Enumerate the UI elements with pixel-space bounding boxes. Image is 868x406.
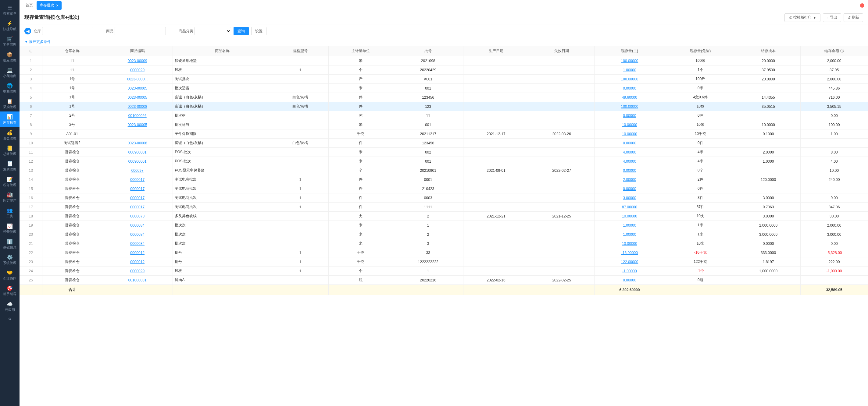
sidebar-item-ecommerce[interactable]: 🌐 电商管理 [0, 80, 20, 96]
cell-qty-main[interactable]: 0.00000 [594, 139, 665, 148]
table-row: 22普赛检仓0000012批号1千克33-16.00000-16千克333.00… [20, 248, 868, 257]
refresh-icon: ↺ [847, 15, 850, 20]
cell-qty-main[interactable]: 0.00000 [594, 166, 665, 175]
cell-qty-main[interactable]: 87.00000 [594, 203, 665, 212]
cell-code[interactable]: 0000029 [102, 267, 173, 276]
cell-code[interactable]: 000900001 [102, 148, 173, 157]
cell-name: POS 批次 [173, 148, 272, 157]
filter-toggle-button[interactable]: ◀ [24, 28, 31, 34]
print-button[interactable]: 🖨 按模版打印 ▼ [784, 13, 820, 22]
cell-qty-main[interactable]: 0.00000 [594, 111, 665, 120]
cell-prod-date: 2022-02-16 [463, 276, 529, 285]
cell-code[interactable]: 0000012 [102, 248, 173, 257]
cell-qty-main[interactable]: 49.60000 [594, 93, 665, 102]
sidebar-item-operations[interactable]: 📈 经营管理 [0, 221, 20, 236]
window-close-button[interactable] [860, 3, 864, 8]
th-qty-danger: 现存量(危险) [664, 46, 736, 56]
cell-code[interactable]: 0000084 [102, 221, 173, 230]
cell-code[interactable] [102, 130, 173, 139]
cell-code[interactable]: 0023-00008 [102, 102, 173, 111]
query-button[interactable]: 查询 [234, 27, 249, 35]
sidebar-item-sys-mgmt[interactable]: ⚙️ 系统管理 [0, 252, 20, 267]
cell-code[interactable]: 0023-0000... [102, 75, 173, 84]
cell-qty-main[interactable]: 100.00000 [594, 102, 665, 111]
cell-code[interactable]: 0000017 [102, 175, 173, 184]
settings-button[interactable]: 设置 [251, 27, 267, 35]
sidebar-item-ecommerce-small[interactable]: 💻 小额电商 [0, 65, 20, 80]
sidebar-item-fixed-assets[interactable]: 🏭 固定资产 [0, 190, 20, 205]
cell-batch: 2 [393, 230, 463, 239]
sidebar-item-base-info[interactable]: ℹ️ 基础信息 [0, 236, 20, 252]
cell-code[interactable]: 0000029 [102, 66, 173, 75]
cell-code[interactable]: 0000017 [102, 203, 173, 212]
cell-code[interactable]: 0000017 [102, 194, 173, 203]
cell-code[interactable]: 0023-00009 [102, 56, 173, 66]
cell-qty-main[interactable]: 100.00000 [594, 75, 665, 84]
cell-prod-date: 2021-12-17 [463, 130, 529, 139]
warehouse-input[interactable] [42, 27, 93, 35]
cell-qty-main[interactable]: 10.00000 [594, 239, 665, 248]
sidebar-item-new-guide[interactable]: 🎯 新手引导 [0, 283, 20, 299]
cell-qty-main[interactable]: 10.00000 [594, 130, 665, 139]
cell-qty-main[interactable]: 1.00000 [594, 230, 665, 239]
sidebar-item-finance[interactable]: 💰 资金管理 [0, 127, 20, 143]
sidebar-item-retail[interactable]: 🛒 零售管理 [0, 34, 20, 49]
active-tab[interactable]: 库存批次 × [37, 1, 62, 10]
sidebar-item-label: 搜索菜单 [3, 11, 17, 15]
sidebar-gear[interactable]: ⚙ [0, 314, 20, 324]
sidebar-item-wholesale[interactable]: 📦 批发管理 [0, 49, 20, 65]
cell-qty-main[interactable]: 4.00000 [594, 157, 665, 166]
sidebar-item-search-menu[interactable]: ☰ 搜索菜单 [0, 2, 20, 18]
cell-code[interactable]: 0023-00005 [102, 93, 173, 102]
cell-code[interactable]: 0023-00005 [102, 120, 173, 130]
cell-code[interactable]: 001000031 [102, 276, 173, 285]
cell-warehouse: 普赛检仓 [42, 175, 102, 184]
cell-qty-main[interactable]: 0.00000 [594, 276, 665, 285]
cloud-icon: ☁️ [7, 301, 13, 307]
cell-qty-main[interactable]: 1.00000 [594, 221, 665, 230]
tab-close-button[interactable]: × [56, 3, 59, 8]
expand-filter-button[interactable]: ▼ 展开更多条件 [24, 39, 863, 44]
cell-code[interactable]: 0000017 [102, 184, 173, 194]
cell-qty-main[interactable]: 0.00000 [594, 84, 665, 93]
cell-qty-danger: 87件 [664, 203, 736, 212]
refresh-button[interactable]: ↺ 刷新 [844, 13, 863, 22]
cell-code[interactable]: 0000084 [102, 230, 173, 239]
cell-qty-main[interactable]: 1.00000 [594, 66, 665, 75]
export-button[interactable]: ↑ 导出 [823, 13, 841, 22]
sidebar-item-invoice[interactable]: 🧾 发票管理 [0, 158, 20, 174]
cell-qty-danger: 4危9.6件 [664, 93, 736, 102]
sidebar-item-general-ledger[interactable]: 📒 总账管理 [0, 143, 20, 158]
sidebar-item-enterprise[interactable]: 🤝 企业协同 [0, 267, 20, 283]
cell-code[interactable]: 000900001 [102, 157, 173, 166]
cell-qty-main[interactable]: 10.00000 [594, 120, 665, 130]
sidebar-item-hr[interactable]: 👥 工资 [0, 205, 20, 221]
cell-code[interactable]: 0023-00008 [102, 139, 173, 148]
cell-qty-main[interactable]: 4.00000 [594, 148, 665, 157]
cell-batch: 210423 [393, 184, 463, 194]
sidebar-item-purchase[interactable]: 📋 采购管理 [0, 96, 20, 111]
cell-qty-main[interactable]: -16.00000 [594, 248, 665, 257]
cell-code[interactable]: 0000078 [102, 212, 173, 221]
cell-qty-main[interactable]: 122.00000 [594, 257, 665, 267]
cell-code[interactable]: 0023-00005 [102, 84, 173, 93]
home-tab[interactable]: 首页 [23, 3, 35, 8]
product-input[interactable] [115, 27, 166, 35]
cell-code[interactable]: 0000012 [102, 257, 173, 267]
cell-code[interactable]: 000097 [102, 166, 173, 175]
cell-qty-main[interactable]: 100.00000 [594, 56, 665, 66]
sidebar-item-quick-nav[interactable]: ⚡ 快捷导航 [0, 18, 20, 34]
category-select[interactable] [194, 27, 231, 35]
cell-qty-main[interactable]: 3.00000 [594, 194, 665, 203]
warehouse-filter: 仓库 [34, 27, 93, 35]
sidebar-item-cloud[interactable]: ☁️ 云应用 [0, 299, 20, 314]
cell-qty-main[interactable]: 10.00000 [594, 212, 665, 221]
cell-qty-main[interactable]: 2.00000 [594, 175, 665, 184]
sidebar-item-inventory[interactable]: 📊 库存核查 [0, 111, 20, 127]
sidebar-item-label: 发票管理 [3, 168, 17, 171]
cell-code[interactable]: 001000026 [102, 111, 173, 120]
cell-code[interactable]: 0000084 [102, 239, 173, 248]
cell-qty-main[interactable]: 0.00000 [594, 184, 665, 194]
sidebar-item-tax[interactable]: 📝 税务管理 [0, 174, 20, 190]
cell-qty-main[interactable]: -1.00000 [594, 267, 665, 276]
